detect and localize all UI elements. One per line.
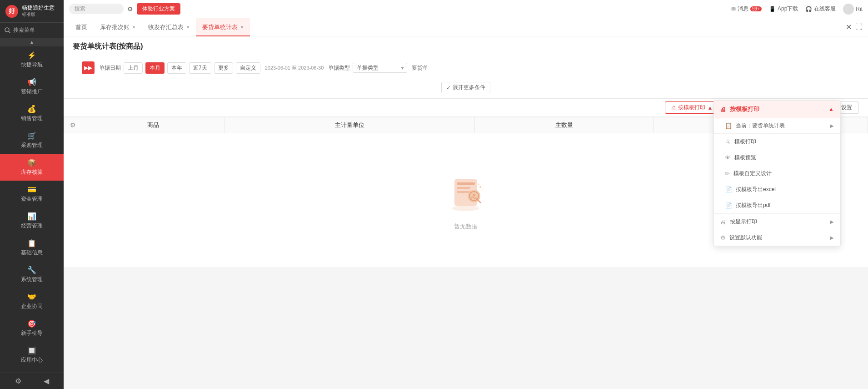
date-btn-7days[interactable]: 近7天 — [189, 62, 211, 74]
inventory-icon: 📦 — [27, 158, 36, 167]
svg-point-2 — [452, 206, 479, 211]
topbar-experience-btn[interactable]: 体验行业方案 — [137, 3, 180, 15]
svg-rect-4 — [457, 182, 475, 185]
sidebar-item-inventory[interactable]: 📦 库存核算 — [0, 154, 64, 181]
tab-batch-accounts-close[interactable]: × — [132, 24, 135, 30]
template-preview-icon: 👁 — [725, 154, 731, 161]
app-name: 畅捷通好生意 — [22, 5, 55, 12]
finance-icon: 💳 — [27, 185, 36, 194]
main-area: 搜索 ⚙ 体验行业方案 ✉ 消息 99+ 📱 App下载 🎧 在线客服 Rit — [64, 0, 868, 389]
dropdown-item-template-print[interactable]: 🖨 模板打印 — [714, 134, 840, 150]
date-btn-more[interactable]: 更多 — [214, 62, 233, 74]
order-type-label: 单据类型 — [328, 64, 350, 72]
collab-icon: 🤝 — [27, 293, 36, 301]
message-icon: ✉ — [731, 6, 736, 12]
sidebar-item-basic[interactable]: 📋 基础信息 — [0, 234, 64, 261]
dropdown-item-template-preview[interactable]: 👁 模板预览 — [714, 150, 840, 166]
order-type-filter-group: 单据类型 单据类型 要货单 ▼ — [328, 63, 407, 73]
sidebar-item-label: 经营管理 — [21, 222, 43, 230]
dropdown-header-left: 🖨 按模板打印 — [720, 105, 759, 113]
topbar-message-item[interactable]: ✉ 消息 99+ — [731, 5, 762, 13]
topbar-search-box[interactable]: 搜索 — [69, 4, 124, 14]
topbar-user-item[interactable]: Rit — [843, 4, 863, 15]
tab-home[interactable]: 首页 — [69, 18, 94, 36]
template-print-icon: 🖨 — [725, 138, 731, 145]
message-badge: 99+ — [750, 6, 762, 11]
sidebar-item-guide[interactable]: 🎯 新手引导 — [0, 315, 64, 342]
sidebar-item-label: 应用中心 — [21, 356, 43, 364]
sidebar-item-purchase[interactable]: 🛒 采购管理 — [0, 127, 64, 154]
sidebar-item-system[interactable]: 🔧 系统管理 — [0, 261, 64, 288]
sales-icon: 💰 — [27, 105, 36, 113]
topbar-appdownload-item[interactable]: 📱 App下载 — [769, 5, 798, 13]
export-excel-icon: 📄 — [725, 186, 732, 193]
sidebar-item-finance[interactable]: 💳 资金管理 — [0, 181, 64, 207]
table-settings-icon[interactable]: ⚙ — [70, 121, 76, 129]
sidebar-item-wechat[interactable]: 💬 企业微信 — [0, 369, 64, 373]
expand-arrow-icon: ▶▶ — [84, 65, 92, 71]
print-icon: 🖨 — [671, 105, 676, 111]
template-print-btn[interactable]: 🖨 按模板打印 ▲ — [665, 101, 718, 114]
svg-point-0 — [5, 28, 9, 32]
tab-receipt-summary-close[interactable]: × — [186, 24, 190, 30]
order-type-select[interactable]: 单据类型 要货单 — [353, 63, 407, 73]
topbar-service-item[interactable]: 🎧 在线客服 — [805, 5, 836, 13]
tab-batch-accounts[interactable]: 库存批次账 × — [94, 18, 142, 36]
sidebar-item-operations[interactable]: 📊 经营管理 — [0, 207, 64, 234]
col-unit: 主计量单位 — [224, 117, 475, 133]
tabbar: 首页 库存批次账 × 收发存汇总表 × 要货单统计表 × ✕ ⛶ — [64, 18, 868, 36]
date-btn-last-month[interactable]: 上月 — [124, 62, 143, 74]
tab-receipt-summary[interactable]: 收发存汇总表 × — [142, 18, 196, 36]
display-print-icon: 🖨 — [720, 218, 726, 225]
topbar: 搜索 ⚙ 体验行业方案 ✉ 消息 99+ 📱 App下载 🎧 在线客服 Rit — [64, 0, 868, 18]
dropdown-item-export-excel[interactable]: 📄 按模板导出excel — [714, 182, 840, 197]
date-btn-this-year[interactable]: 本年 — [167, 62, 186, 74]
tabbar-close-btn[interactable]: ✕ — [846, 23, 852, 31]
date-btn-custom[interactable]: 自定义 — [236, 62, 260, 74]
dropdown-item-template-design[interactable]: ✏ 模板自定义设计 — [714, 166, 840, 182]
sidebar-item-appstore[interactable]: 🔲 应用中心 — [0, 342, 64, 369]
dropdown-display-print-item[interactable]: 🖨 按显示打印 ▶ — [714, 214, 840, 230]
sidebar-item-quick-nav[interactable]: ⚡ 快捷导航 — [0, 46, 64, 73]
guide-icon: 🎯 — [27, 319, 36, 328]
date-btn-this-month[interactable]: 本月 — [145, 62, 165, 74]
user-avatar — [843, 4, 854, 15]
appstore-icon: 🔲 — [27, 346, 36, 355]
svg-rect-5 — [457, 187, 470, 189]
topbar-appdownload-label: App下载 — [778, 5, 798, 13]
sidebar-item-collab[interactable]: 🤝 企业协同 — [0, 288, 64, 315]
default-func-label: 设置默认功能 — [729, 234, 762, 242]
dropdown-template-items-section: 🖨 模板打印 👁 模板预览 ✏ 模板自定义设计 📄 按模板导出excel 📄 — [714, 134, 840, 214]
tab-order-stats[interactable]: 要货单统计表 × — [196, 18, 250, 36]
sidebar-item-label: 快捷导航 — [21, 61, 43, 69]
sidebar-settings-btn[interactable]: ⚙ — [15, 377, 21, 385]
sidebar-item-label: 采购管理 — [21, 141, 43, 149]
topbar-gear-icon[interactable]: ⚙ — [127, 5, 133, 13]
sidebar-item-label: 基础信息 — [21, 249, 43, 257]
sidebar-scroll-up[interactable]: ▲ — [0, 38, 64, 46]
col-settings: ⚙ — [64, 117, 82, 133]
order-category-filter-group: 要货单 — [412, 64, 428, 72]
dropdown-header[interactable]: 🖨 按模板打印 ▲ — [714, 101, 840, 118]
page-header: 要货单统计表(按商品) ▶▶ 单据日期 上月 本月 本年 近7天 更多 自定义 … — [64, 36, 868, 99]
dropdown-item-export-pdf[interactable]: 📄 按模板导出pdf — [714, 197, 840, 213]
current-template-label: 当前：要货单统计表 — [736, 122, 785, 130]
date-range-text: 2023-06-01 至 2023-06-30 — [265, 65, 324, 71]
sidebar-search-item[interactable]: 搜索菜单 — [0, 23, 64, 38]
filter-expand-icon-btn[interactable]: ▶▶ — [82, 61, 95, 74]
tabbar-maximize-btn[interactable]: ⛶ — [855, 23, 863, 31]
template-dropdown: 🖨 按模板打印 ▲ 📋 当前：要货单统计表 ▶ 🖨 模板打印 — [713, 100, 841, 246]
tab-order-stats-close[interactable]: × — [240, 24, 244, 30]
sidebar-item-label: 库存核算 — [21, 168, 43, 176]
current-template-row[interactable]: 📋 当前：要货单统计表 ▶ — [714, 118, 840, 134]
sidebar-item-sales[interactable]: 💰 销售管理 — [0, 100, 64, 127]
dropdown-item-template-preview-label: 模板预览 — [734, 154, 756, 162]
sidebar-item-label: 系统管理 — [21, 276, 43, 283]
dropdown-default-func-item[interactable]: ⚙ 设置默认功能 ▶ — [714, 230, 840, 246]
sidebar-collapse-btn[interactable]: ◀ — [44, 377, 49, 385]
svg-point-12 — [478, 184, 479, 185]
default-func-chevron-icon: ▶ — [830, 235, 834, 240]
expand-more-btn[interactable]: ✓ 展开更多条件 — [441, 82, 490, 93]
dropdown-header-chevron-icon: ▲ — [828, 106, 834, 112]
sidebar-item-marketing[interactable]: 📢 营销推广 — [0, 73, 64, 100]
